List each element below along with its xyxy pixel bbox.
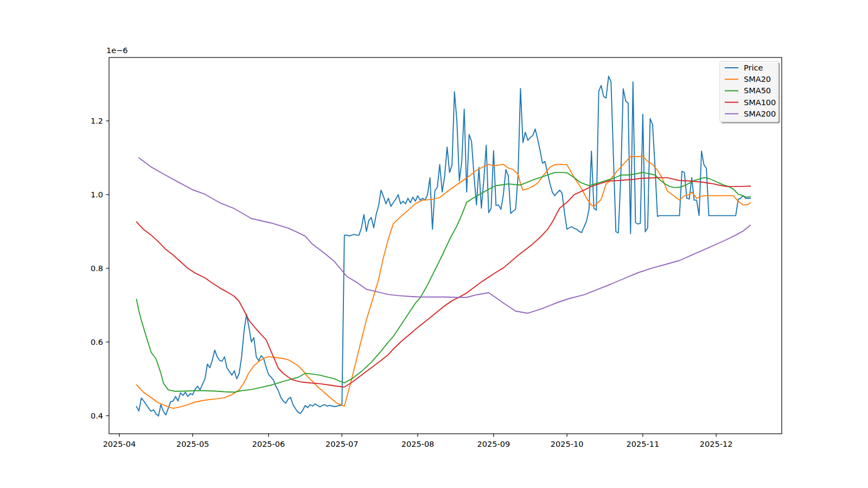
legend-label: Price	[744, 63, 763, 72]
y-axis-offset-label: 1e−6	[106, 46, 128, 55]
legend-label: SMA100	[744, 98, 776, 107]
legend-label: SMA50	[744, 86, 771, 95]
y-tick-label: 1.0	[91, 190, 103, 199]
x-tick-label: 2025-12	[700, 440, 733, 448]
x-tick-label: 2025-10	[551, 440, 584, 448]
y-tick-label: 0.8	[91, 264, 103, 273]
y-tick-label: 1.2	[91, 117, 103, 125]
y-tick-label: 0.4	[91, 412, 103, 420]
legend: PriceSMA20SMA50SMA100SMA200	[720, 61, 780, 124]
x-tick-label: 2025-06	[252, 440, 285, 448]
x-tick-label: 2025-08	[401, 440, 435, 448]
x-tick-label: 2025-07	[326, 440, 359, 448]
x-tick-label: 2025-09	[477, 440, 510, 448]
y-tick-label: 0.6	[91, 338, 103, 346]
x-tick-label: 2025-11	[627, 440, 660, 448]
legend-label: SMA20	[744, 75, 771, 84]
x-tick-label: 2025-05	[176, 440, 209, 448]
figure: 2025-042025-052025-062025-072025-082025-…	[0, 0, 868, 488]
price-sma-line-chart: 2025-042025-052025-062025-072025-082025-…	[0, 0, 868, 488]
x-tick-label: 2025-04	[103, 440, 136, 448]
legend-label: SMA200	[744, 110, 776, 118]
